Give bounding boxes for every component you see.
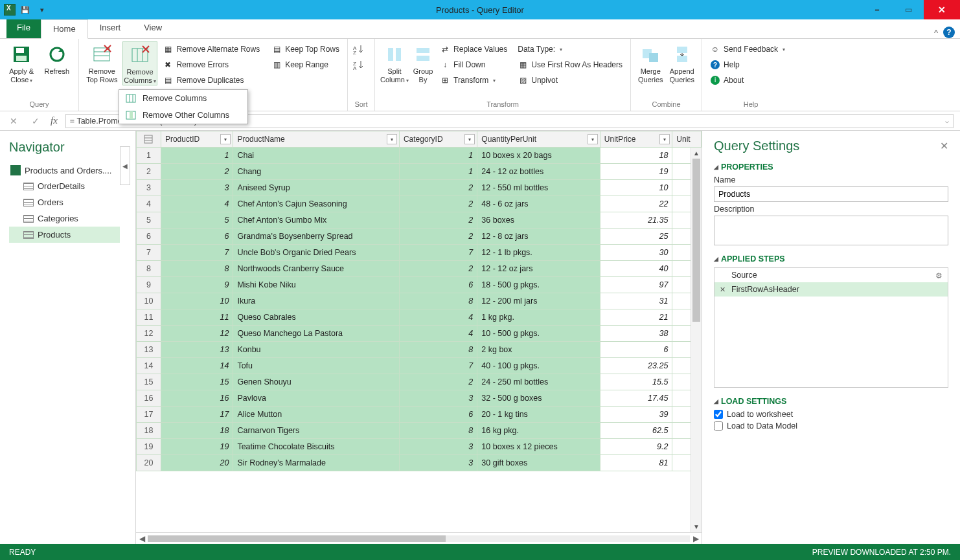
cell[interactable]: 31	[600, 293, 672, 309]
table-row[interactable]: 1414Tofu740 - 100 g pkgs.23.25	[137, 358, 702, 374]
cell[interactable]: 8	[161, 261, 233, 277]
minimize-button[interactable]	[862, 0, 893, 19]
row-number[interactable]: 20	[137, 455, 161, 471]
cell[interactable]: 2	[399, 196, 477, 212]
cell[interactable]: 1	[399, 164, 477, 180]
cell[interactable]: Mishi Kobe Niku	[233, 277, 399, 293]
dropdown-remove-columns[interactable]: Remove Columns	[119, 90, 247, 107]
table-row[interactable]: 1616Pavlova332 - 500 g boxes17.45	[137, 390, 702, 407]
help-button[interactable]: ?Help	[707, 57, 788, 73]
cell[interactable]: 3	[399, 439, 477, 455]
row-number[interactable]: 6	[137, 229, 161, 245]
load-datamodel-checkbox[interactable]: Load to Data Model	[714, 421, 948, 431]
select-all-corner[interactable]	[137, 131, 161, 148]
data-type-button[interactable]: Data Type:▾	[515, 41, 625, 57]
cell[interactable]: 30	[600, 245, 672, 261]
cell[interactable]: Teatime Chocolate Biscuits	[233, 439, 399, 455]
cell[interactable]: 62.5	[600, 423, 672, 439]
cell[interactable]: 36 boxes	[477, 212, 600, 229]
cell[interactable]: Ikura	[233, 293, 399, 309]
cell[interactable]: 20	[161, 455, 233, 471]
row-number[interactable]: 9	[137, 277, 161, 293]
filter-dropdown-icon[interactable]: ▾	[659, 134, 670, 144]
cell[interactable]: 7	[399, 358, 477, 374]
cell[interactable]: Uncle Bob's Organic Dried Pears	[233, 245, 399, 261]
cell[interactable]: 1 kg pkg.	[477, 309, 600, 326]
cell[interactable]: 25	[600, 229, 672, 245]
split-column-button[interactable]: Split Column▾	[380, 41, 409, 84]
cell[interactable]: 6	[399, 277, 477, 293]
qat-dropdown[interactable]: ▾	[35, 3, 49, 17]
load-worksheet-checkbox[interactable]: Load to worksheet	[714, 410, 948, 419]
cell[interactable]: 10 boxes x 20 bags	[477, 148, 600, 164]
cell[interactable]: 39	[600, 407, 672, 423]
table-row[interactable]: 22Chang124 - 12 oz bottles19	[137, 164, 702, 180]
cell[interactable]: 21	[600, 309, 672, 326]
name-input[interactable]	[714, 186, 948, 202]
table-row[interactable]: 44Chef Anton's Cajun Seasoning248 - 6 oz…	[137, 196, 702, 212]
sort-desc-button[interactable]: ZA	[353, 57, 363, 73]
cell[interactable]: 12	[161, 326, 233, 342]
cell[interactable]: Pavlova	[233, 390, 399, 407]
row-number[interactable]: 18	[137, 423, 161, 439]
cell[interactable]: 17.45	[600, 390, 672, 407]
table-row[interactable]: 66Grandma's Boysenberry Spread212 - 8 oz…	[137, 229, 702, 245]
tab-view[interactable]: View	[132, 19, 174, 38]
cell[interactable]: 2	[399, 229, 477, 245]
close-button[interactable]	[924, 0, 960, 19]
cell[interactable]: Sir Rodney's Marmalade	[233, 455, 399, 471]
cell[interactable]: Carnarvon Tigers	[233, 423, 399, 439]
cell[interactable]: Northwoods Cranberry Sauce	[233, 261, 399, 277]
cell[interactable]: 20 - 1 kg tins	[477, 407, 600, 423]
keep-top-rows-button[interactable]: ▤Keep Top Rows	[269, 41, 342, 57]
tab-file[interactable]: File	[6, 19, 41, 38]
cell[interactable]: 2	[161, 164, 233, 180]
cell[interactable]: Chef Anton's Cajun Seasoning	[233, 196, 399, 212]
unpivot-button[interactable]: ▨Unpivot	[515, 73, 625, 88]
send-feedback-button[interactable]: ☺Send Feedback▾	[707, 41, 788, 57]
transform-menu-button[interactable]: ⊞Transform▾	[437, 73, 510, 88]
table-row[interactable]: 1818Carnarvon Tigers816 kg pkg.62.5	[137, 423, 702, 439]
cell[interactable]: 3	[399, 390, 477, 407]
horizontal-scrollbar[interactable]: ◀▶	[136, 532, 702, 544]
sort-asc-button[interactable]: AZ	[353, 41, 363, 57]
expand-formula-icon[interactable]: ⌵	[945, 117, 949, 124]
cell[interactable]: 24 - 250 ml bottles	[477, 374, 600, 390]
row-number[interactable]: 13	[137, 342, 161, 358]
cell[interactable]: 38	[600, 326, 672, 342]
cell[interactable]: 4	[399, 326, 477, 342]
vertical-scrollbar[interactable]: ▲▼	[691, 148, 702, 532]
refresh-button[interactable]: Refresh	[41, 41, 74, 76]
row-number[interactable]: 3	[137, 180, 161, 196]
cell[interactable]: 5	[161, 212, 233, 229]
cell[interactable]: 10 - 500 g pkgs.	[477, 326, 600, 342]
cell[interactable]: 16	[161, 390, 233, 407]
navigator-root[interactable]: Products and Orders....	[9, 162, 120, 178]
cell[interactable]: 9	[161, 277, 233, 293]
cell[interactable]: Aniseed Syrup	[233, 180, 399, 196]
cell[interactable]: 2	[399, 212, 477, 229]
cell[interactable]: 23.25	[600, 358, 672, 374]
cell[interactable]: 12 - 550 ml bottles	[477, 180, 600, 196]
row-number[interactable]: 2	[137, 164, 161, 180]
cell[interactable]: 30 gift boxes	[477, 455, 600, 471]
cell[interactable]: 6	[399, 407, 477, 423]
row-number[interactable]: 5	[137, 212, 161, 229]
table-row[interactable]: 1111Queso Cabrales41 kg pkg.21	[137, 309, 702, 326]
row-number[interactable]: 11	[137, 309, 161, 326]
row-number[interactable]: 19	[137, 439, 161, 455]
cell[interactable]: 10	[600, 180, 672, 196]
navigator-item-categories[interactable]: Categories	[9, 210, 120, 227]
row-number[interactable]: 10	[137, 293, 161, 309]
navigator-item-products[interactable]: Products	[9, 227, 120, 243]
table-row[interactable]: 55Chef Anton's Gumbo Mix236 boxes21.35	[137, 212, 702, 229]
load-settings-header[interactable]: ◢LOAD SETTINGS	[714, 397, 948, 406]
cell[interactable]: 2	[399, 374, 477, 390]
cell[interactable]: 7	[161, 245, 233, 261]
table-row[interactable]: 99Mishi Kobe Niku618 - 500 g pkgs.97	[137, 277, 702, 293]
cell[interactable]: 15.5	[600, 374, 672, 390]
close-settings-button[interactable]: ✕	[940, 140, 948, 152]
column-header-quantityperunit[interactable]: QuantityPerUnit▾	[477, 131, 600, 148]
cell[interactable]: 19	[600, 164, 672, 180]
row-number[interactable]: 7	[137, 245, 161, 261]
